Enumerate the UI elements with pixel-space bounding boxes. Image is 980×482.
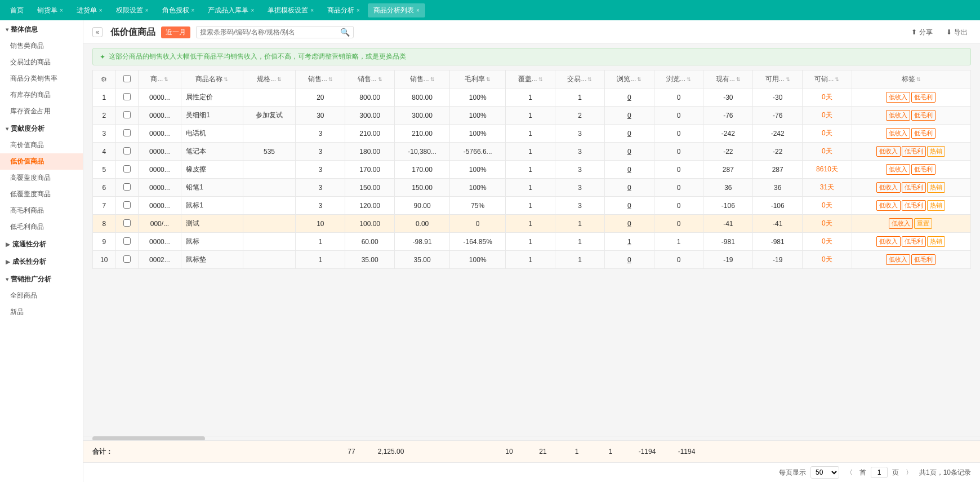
row-checkbox[interactable] (115, 179, 138, 197)
col-coverage[interactable]: 覆盖...⇅ (506, 70, 555, 89)
row-checkbox[interactable] (115, 107, 138, 125)
browse-link[interactable]: 0 (627, 94, 631, 101)
row-browse1[interactable]: 0 (604, 125, 654, 143)
close-icon[interactable]: × (416, 7, 420, 14)
col-qty[interactable]: 销售...⇅ (296, 70, 345, 89)
filter-recent-month-button[interactable]: 近一月 (161, 26, 190, 38)
col-browse2[interactable]: 浏览...⇅ (654, 70, 703, 89)
browse-link[interactable]: 0 (627, 148, 631, 156)
row-select-checkbox[interactable] (123, 111, 131, 118)
search-input[interactable] (200, 28, 340, 36)
browse-link[interactable]: 0 (627, 220, 631, 228)
browse-link[interactable]: 0 (627, 184, 631, 192)
nav-sales-order[interactable]: 销货单 × (32, 3, 69, 17)
row-browse1[interactable]: 1 (604, 233, 654, 251)
select-all-checkbox[interactable] (123, 75, 131, 82)
sidebar-group-liquidity[interactable]: ▶ 流通性分析 (0, 235, 83, 253)
row-name[interactable]: 测试 (181, 215, 243, 233)
row-name[interactable]: 鼠标 (181, 233, 243, 251)
row-select-checkbox[interactable] (123, 129, 131, 136)
close-icon[interactable]: × (191, 7, 195, 14)
browse-link[interactable]: 0 (627, 166, 631, 174)
next-page-button[interactable]: 〉 (903, 467, 915, 479)
table-container[interactable]: ⚙ 商...⇅ 商品名称⇅ 规格...⇅ 销售...⇅ 销售...⇅ 销售...… (83, 70, 980, 436)
export-button[interactable]: ⬇ 导出 (943, 26, 971, 38)
col-income[interactable]: 销售...⇅ (345, 70, 395, 89)
sidebar-item-sales-products[interactable]: 销售类商品 (0, 38, 83, 54)
row-name[interactable]: 橡皮擦 (181, 161, 243, 179)
close-icon[interactable]: × (99, 7, 103, 14)
row-checkbox[interactable] (115, 197, 138, 215)
per-page-select[interactable]: 50 20 100 (810, 466, 839, 479)
browse-link[interactable]: 0 (627, 112, 631, 120)
row-checkbox[interactable] (115, 143, 138, 161)
row-select-checkbox[interactable] (123, 183, 131, 191)
col-avg-income[interactable]: 销售...⇅ (395, 70, 450, 89)
sidebar-item-high-value[interactable]: 高价值商品 (0, 137, 83, 153)
row-name[interactable]: 笔记本 (181, 143, 243, 161)
row-browse1[interactable]: 0 (604, 251, 654, 269)
col-spec[interactable]: 规格...⇅ (243, 70, 296, 89)
row-name[interactable]: 吴细细1 (181, 107, 243, 125)
nav-template-setting[interactable]: 单据模板设置 × (262, 3, 319, 17)
row-name[interactable]: 鼠标垫 (181, 251, 243, 269)
col-available[interactable]: 可用...⇅ (753, 70, 803, 89)
row-browse1[interactable]: 0 (604, 197, 654, 215)
col-trade[interactable]: 交易...⇅ (555, 70, 605, 89)
sidebar-item-high-coverage[interactable]: 高覆盖度商品 (0, 170, 83, 186)
sidebar-item-stock-funds[interactable]: 库存资金占用 (0, 103, 83, 120)
browse-link[interactable]: 0 (627, 256, 631, 264)
sidebar-item-low-margin[interactable]: 低毛利商品 (0, 219, 83, 235)
row-select-checkbox[interactable] (123, 201, 131, 209)
sidebar-item-low-value[interactable]: 低价值商品 (0, 153, 83, 170)
sidebar-item-category-sales[interactable]: 商品分类销售率 (0, 70, 83, 87)
row-select-checkbox[interactable] (123, 219, 131, 227)
sidebar-item-new-products[interactable]: 新品 (0, 304, 83, 320)
row-select-checkbox[interactable] (123, 165, 131, 173)
row-browse1[interactable]: 0 (604, 215, 654, 233)
close-icon[interactable]: × (310, 7, 314, 14)
row-checkbox[interactable] (115, 89, 138, 107)
row-name[interactable]: 铅笔1 (181, 179, 243, 197)
col-name[interactable]: 商品名称⇅ (181, 70, 243, 89)
sidebar-group-overall[interactable]: ▾ 整体信息 (0, 20, 83, 38)
sidebar-item-high-margin[interactable]: 高毛利商品 (0, 202, 83, 219)
close-icon[interactable]: × (145, 7, 149, 14)
row-select-checkbox[interactable] (123, 255, 131, 263)
sidebar-item-all-products[interactable]: 全部商品 (0, 288, 83, 304)
sidebar-item-stock-products[interactable]: 有库存的商品 (0, 87, 83, 103)
sidebar-item-traded-products[interactable]: 交易过的商品 (0, 54, 83, 70)
col-settings[interactable]: ⚙ (93, 70, 116, 89)
row-name[interactable]: 电话机 (181, 125, 243, 143)
nav-purchase-order[interactable]: 进货单 × (71, 3, 108, 17)
col-browse1[interactable]: 浏览...⇅ (604, 70, 654, 89)
browse-link[interactable]: 1 (627, 238, 631, 246)
sidebar-group-contribution[interactable]: ▾ 贡献度分析 (0, 120, 83, 137)
col-tags[interactable]: 标签⇅ (852, 70, 970, 89)
col-margin[interactable]: 毛利率⇅ (450, 70, 506, 89)
nav-home[interactable]: 首页 (5, 3, 29, 17)
nav-product-warehouse[interactable]: 产成品入库单 × (202, 3, 260, 17)
row-checkbox[interactable] (115, 125, 138, 143)
row-checkbox[interactable] (115, 215, 138, 233)
row-browse1[interactable]: 0 (604, 179, 654, 197)
share-button[interactable]: ⬆ 分享 (908, 26, 936, 38)
page-input[interactable] (871, 467, 888, 478)
row-browse1[interactable]: 0 (604, 143, 654, 161)
row-browse1[interactable]: 0 (604, 107, 654, 125)
nav-product-analysis-list[interactable]: 商品分析列表 × (368, 3, 425, 17)
col-salable[interactable]: 可销...⇅ (803, 70, 852, 89)
close-icon[interactable]: × (357, 7, 360, 14)
close-icon[interactable]: × (251, 7, 254, 14)
nav-role-auth[interactable]: 角色授权 × (157, 3, 201, 17)
row-browse1[interactable]: 0 (604, 89, 654, 107)
browse-link[interactable]: 0 (627, 202, 631, 210)
col-current[interactable]: 现有...⇅ (703, 70, 753, 89)
nav-permission[interactable]: 权限设置 × (110, 3, 154, 17)
col-code[interactable]: 商...⇅ (138, 70, 181, 89)
row-select-checkbox[interactable] (123, 237, 131, 245)
row-name[interactable]: 属性定价 (181, 89, 243, 107)
close-icon[interactable]: × (60, 7, 63, 14)
row-browse1[interactable]: 0 (604, 161, 654, 179)
row-select-checkbox[interactable] (123, 147, 131, 154)
